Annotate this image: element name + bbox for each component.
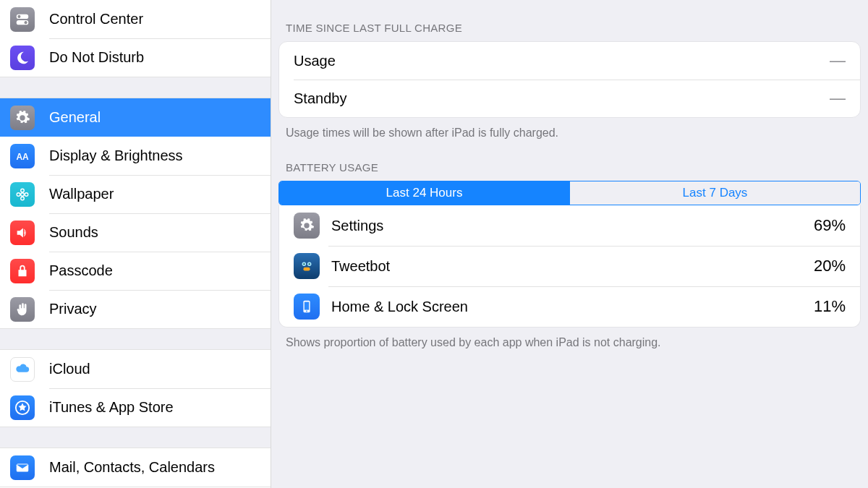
sidebar-item-privacy[interactable]: Privacy [0,290,271,328]
standby-value: — [830,89,846,108]
section-header-time: TIME SINCE LAST FULL CHARGE [271,22,868,41]
svg-text:AA: AA [16,151,29,161]
svg-point-9 [25,192,28,196]
sidebar-item-label: Mail, Contacts, Calendars [49,459,215,476]
sidebar-item-label: Privacy [49,301,97,317]
sidebar-item-itunes-app-store[interactable]: iTunes & App Store [0,388,271,427]
battery-app-name: Tweetbot [331,258,390,275]
usage-value: — [830,51,846,70]
battery-app-row[interactable]: Tweetbot20% [279,246,860,286]
section-header-battery: BATTERY USAGE [271,161,868,181]
cloud-icon [10,357,35,382]
usage-row[interactable]: Usage — [279,42,860,80]
svg-rect-18 [305,302,309,310]
segment-last-7d[interactable]: Last 7 Days [569,181,860,205]
speaker-icon [10,221,35,245]
flower-icon [10,182,35,207]
battery-app-name: Home & Lock Screen [331,299,468,315]
sidebar-item-label: Display & Brightness [49,147,183,164]
sidebar-item-passcode[interactable]: Passcode [0,252,271,290]
sidebar-item-label: iCloud [49,361,90,377]
time-range-segmented-control[interactable]: Last 24 Hours Last 7 Days [278,181,861,205]
gear-icon [10,106,35,130]
mail-icon [10,455,35,480]
sidebar-item-label: Wallpaper [49,186,114,202]
sidebar-item-display-brightness[interactable]: AADisplay & Brightness [0,137,271,175]
svg-point-3 [25,21,27,24]
sidebar-item-control-center[interactable]: Control Center [0,0,271,38]
sidebar-item-wallpaper[interactable]: Wallpaper [0,175,271,213]
settings-app-icon [294,213,320,239]
hand-icon [10,297,35,322]
sidebar-item-label: iTunes & App Store [49,399,174,416]
standby-row[interactable]: Standby — [279,80,860,117]
battery-app-pct: 11% [814,297,846,316]
moon-icon [10,46,35,70]
time-usage-list: Usage — Standby — [278,41,861,118]
time-footnote: Usage times will be shown after iPad is … [271,118,868,140]
sidebar-item-icloud[interactable]: iCloud [0,350,271,388]
sidebar-item-do-not-disturb[interactable]: Do Not Disturb [0,38,271,77]
toggles-icon [10,7,35,32]
sidebar-item-mail-contacts-calendars[interactable]: Mail, Contacts, Calendars [0,448,271,487]
sidebar-item-label: General [49,109,101,126]
battery-app-name: Settings [331,218,383,234]
lock-icon [10,259,35,283]
sidebar-item-label: Sounds [49,224,98,241]
svg-rect-16 [303,267,310,271]
segment-last-24h[interactable]: Last 24 Hours [279,181,569,205]
svg-point-7 [21,197,25,200]
svg-point-15 [309,263,310,265]
battery-app-pct: 20% [814,257,846,275]
aa-icon: AA [10,144,35,168]
svg-point-5 [21,192,25,196]
standby-label: Standby [294,90,346,107]
sidebar-item-sounds[interactable]: Sounds [0,213,271,252]
sidebar-item-general[interactable]: General [0,98,271,137]
appstore-icon [10,395,35,420]
battery-footnote: Shows proportion of battery used by each… [271,328,868,349]
svg-point-1 [17,14,20,17]
home-lock-app-icon [294,294,320,320]
battery-app-row[interactable]: Home & Lock Screen11% [279,286,860,327]
svg-point-19 [306,311,307,312]
battery-app-row[interactable]: Settings69% [279,205,860,246]
svg-point-6 [21,189,25,192]
svg-point-8 [17,192,20,196]
battery-usage-list: Settings69%Tweetbot20%Home & Lock Screen… [278,205,861,328]
settings-detail-pane: TIME SINCE LAST FULL CHARGE Usage — Stan… [271,0,868,488]
svg-point-14 [303,263,305,265]
battery-app-pct: 69% [814,216,846,235]
sidebar-item-label: Control Center [49,11,143,27]
settings-sidebar: Control CenterDo Not DisturbGeneralAADis… [0,0,271,488]
usage-label: Usage [294,53,336,69]
sidebar-item-label: Passcode [49,262,113,279]
sidebar-item-label: Do Not Disturb [49,49,144,66]
tweetbot-app-icon [294,253,320,279]
